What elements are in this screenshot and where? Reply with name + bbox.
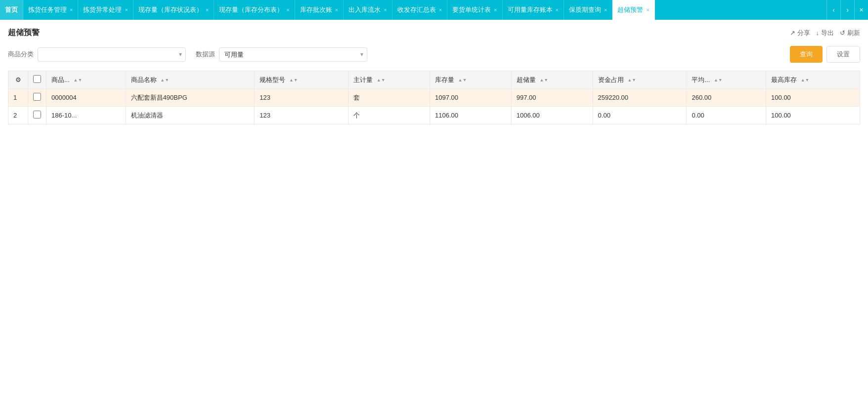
sort-icon-overstock: ▲▼ xyxy=(539,78,548,82)
query-button[interactable]: 查询 xyxy=(790,46,823,63)
sort-icon-name: ▲▼ xyxy=(160,78,169,82)
col-label-capital: 资金占用 xyxy=(598,76,624,83)
table-header-row: ⚙ 商品... ▲▼ 商品名称 ▲▼ 规格型号 ▲▼ xyxy=(8,71,860,89)
cell-unit-1: 个 xyxy=(348,107,430,124)
nav-label-receive-summary: 收发存汇总表 xyxy=(397,5,436,14)
select-all-checkbox[interactable] xyxy=(33,75,41,83)
cell-checkbox-1[interactable] xyxy=(28,107,46,124)
col-header-code[interactable]: 商品... ▲▼ xyxy=(46,71,126,89)
col-label-spec: 规格型号 xyxy=(260,76,285,83)
col-header-overstock[interactable]: 超储量 ▲▼ xyxy=(511,71,593,89)
cell-code-0: 0000004 xyxy=(46,89,126,107)
row-checkbox-0[interactable] xyxy=(33,93,41,101)
col-header-unit[interactable]: 主计量 ▲▼ xyxy=(348,71,430,89)
cell-spec-1: 123 xyxy=(255,107,348,124)
category-select[interactable] xyxy=(38,47,186,62)
nav-close-inventory-dist[interactable]: × xyxy=(286,7,289,13)
nav-close-receive-summary[interactable]: × xyxy=(439,7,442,13)
category-filter-label: 商品分类 xyxy=(8,50,34,59)
col-header-checkbox[interactable] xyxy=(28,71,46,89)
cell-maxstock-0: 100.00 xyxy=(766,89,860,107)
col-header-gear[interactable]: ⚙ xyxy=(8,71,28,89)
filter-bar: 商品分类 ▾ 数据源 可用量 库存量 ▾ 查询 设置 xyxy=(8,46,860,63)
cell-stock-1: 1106.00 xyxy=(430,107,511,124)
nav-label-available-account: 可用量库存账本 xyxy=(508,5,553,14)
nav-arrows: ‹ › × xyxy=(826,0,868,20)
nav-close-inventory-status[interactable]: × xyxy=(206,7,209,13)
nav-close-available-account[interactable]: × xyxy=(556,7,559,13)
share-icon: ↗ xyxy=(790,29,795,37)
nav-label-overstock-warning: 超储预警 xyxy=(617,5,643,14)
nav-close-batch-account[interactable]: × xyxy=(335,7,338,13)
export-icon: ↓ xyxy=(816,29,820,37)
nav-item-overstock-warning[interactable]: 超储预警 × xyxy=(612,0,654,20)
nav-close-inout-flow[interactable]: × xyxy=(384,7,387,13)
col-header-spec[interactable]: 规格型号 ▲▼ xyxy=(255,71,348,89)
nav-bar: 首页 拣货任务管理 × 拣货异常处理 × 现存量（库存状况表） × 现存量（库存… xyxy=(0,0,868,20)
sort-icon-code: ▲▼ xyxy=(73,78,82,82)
data-table: ⚙ 商品... ▲▼ 商品名称 ▲▼ 规格型号 ▲▼ xyxy=(8,71,860,124)
col-label-maxstock: 最高库存 xyxy=(771,76,797,83)
nav-item-batch-account[interactable]: 库存批次账 × xyxy=(295,0,344,20)
cell-overstock-1: 1006.00 xyxy=(511,107,593,124)
cell-code-1: 186-10... xyxy=(46,107,126,124)
cell-capital-1: 0.00 xyxy=(593,107,687,124)
sort-icon-capital: ▲▼ xyxy=(627,78,636,82)
cell-checkbox-0[interactable] xyxy=(28,89,46,107)
share-button[interactable]: ↗ 分享 xyxy=(790,29,810,38)
table-body: 1 0000004 六配套新昌490BPG 123 套 1097.00 997.… xyxy=(8,89,860,124)
col-label-unit: 主计量 xyxy=(353,76,373,83)
nav-item-home[interactable]: 首页 xyxy=(0,0,23,20)
nav-item-inout-flow[interactable]: 出入库流水 × xyxy=(344,0,392,20)
cell-index-0: 1 xyxy=(8,89,28,107)
col-header-stock[interactable]: 库存量 ▲▼ xyxy=(430,71,511,89)
nav-label-order-stats: 要货单统计表 xyxy=(452,5,491,14)
nav-label-inventory-status: 现存量（库存状况表） xyxy=(138,5,203,14)
cell-spec-0: 123 xyxy=(255,89,348,107)
page-title: 超储预警 xyxy=(8,28,40,38)
col-label-code: 商品... xyxy=(51,76,70,83)
nav-close-pick-exception[interactable]: × xyxy=(125,7,128,13)
nav-item-receive-summary[interactable]: 收发存汇总表 × xyxy=(392,0,447,20)
col-label-stock: 库存量 xyxy=(435,76,454,83)
nav-close-order-stats[interactable]: × xyxy=(494,7,497,13)
col-label-overstock: 超储量 xyxy=(517,76,536,83)
nav-arrow-close[interactable]: × xyxy=(854,0,868,20)
refresh-icon: ↺ xyxy=(840,29,845,37)
page-header: 超储预警 ↗ 分享 ↓ 导出 ↺ 刷新 xyxy=(8,28,860,38)
nav-label-pick-task: 拣货任务管理 xyxy=(28,5,67,14)
nav-item-order-stats[interactable]: 要货单统计表 × xyxy=(447,0,502,20)
nav-arrow-right[interactable]: › xyxy=(840,0,854,20)
col-header-maxstock[interactable]: 最高库存 ▲▼ xyxy=(766,71,860,89)
row-checkbox-1[interactable] xyxy=(33,111,41,118)
nav-item-inventory-dist[interactable]: 现存量（库存分布表） × xyxy=(214,0,295,20)
settings-button[interactable]: 设置 xyxy=(826,46,860,63)
refresh-button[interactable]: ↺ 刷新 xyxy=(840,29,860,38)
cell-capital-0: 259220.00 xyxy=(593,89,687,107)
nav-close-overstock-warning[interactable]: × xyxy=(646,7,649,13)
cell-overstock-0: 997.00 xyxy=(511,89,593,107)
datasource-select[interactable]: 可用量 库存量 xyxy=(219,47,367,62)
nav-item-pick-task[interactable]: 拣货任务管理 × xyxy=(23,0,78,20)
nav-item-available-account[interactable]: 可用量库存账本 × xyxy=(503,0,564,20)
nav-label-expiry-query: 保质期查询 xyxy=(569,5,601,14)
nav-label-inventory-dist: 现存量（库存分布表） xyxy=(219,5,283,14)
col-header-name[interactable]: 商品名称 ▲▼ xyxy=(126,71,255,89)
datasource-filter-label: 数据源 xyxy=(196,50,215,59)
nav-item-expiry-query[interactable]: 保质期查询 × xyxy=(564,0,612,20)
sort-icon-unit: ▲▼ xyxy=(377,78,386,82)
cell-stock-0: 1097.00 xyxy=(430,89,511,107)
nav-close-pick-task[interactable]: × xyxy=(70,7,73,13)
nav-label-inout-flow: 出入库流水 xyxy=(348,5,381,14)
col-label-name: 商品名称 xyxy=(131,76,157,83)
page-container: 超储预警 ↗ 分享 ↓ 导出 ↺ 刷新 商品分类 ▾ xyxy=(0,20,868,395)
col-header-capital[interactable]: 资金占用 ▲▼ xyxy=(593,71,687,89)
nav-item-pick-exception[interactable]: 拣货异常处理 × xyxy=(78,0,133,20)
cell-avg-1: 0.00 xyxy=(687,107,766,124)
table-row: 2 186-10... 机油滤清器 123 个 1106.00 1006.00 … xyxy=(8,107,860,124)
export-button[interactable]: ↓ 导出 xyxy=(816,29,834,38)
nav-arrow-left[interactable]: ‹ xyxy=(826,0,840,20)
col-header-avg[interactable]: 平均... ▲▼ xyxy=(687,71,766,89)
nav-close-expiry-query[interactable]: × xyxy=(604,7,607,13)
nav-item-inventory-status[interactable]: 现存量（库存状况表） × xyxy=(133,0,214,20)
